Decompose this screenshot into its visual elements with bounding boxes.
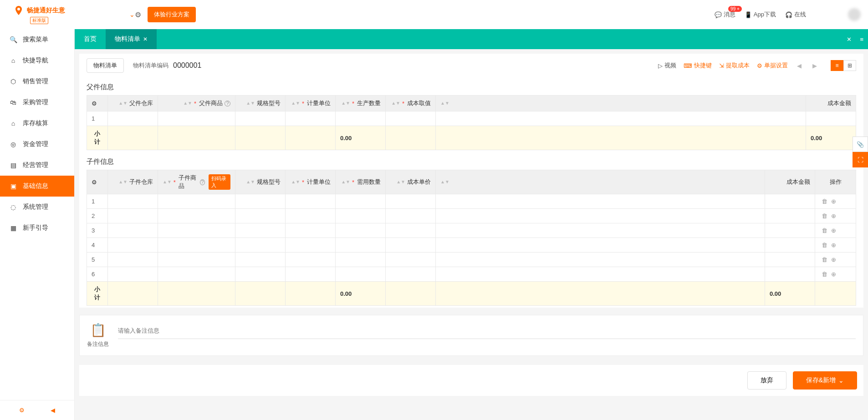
app-download-button[interactable]: 📱 App下载	[745, 10, 776, 19]
user-name	[815, 10, 839, 19]
online-label: 在线	[794, 10, 806, 19]
logo: 畅捷通好生意 标准版	[7, 5, 71, 24]
app-label: App下载	[754, 10, 776, 19]
chevron-down-icon: ⌄	[129, 11, 135, 18]
mobile-icon: 📱	[745, 11, 752, 18]
brand-name: 畅捷通好生意	[27, 6, 65, 15]
messages-badge: 99 +	[728, 6, 742, 12]
brand-icon	[13, 5, 24, 16]
chat-icon: 💬	[715, 11, 722, 18]
org-settings-icon[interactable]: ⚙	[135, 10, 141, 19]
org-selector[interactable]: ⌄	[89, 10, 135, 19]
brand-edition: 标准版	[30, 17, 48, 24]
top-header: 畅捷通好生意 标准版 ⌄ ⚙ 体验行业方案 💬 消息 99 + 📱 App下载 …	[0, 0, 868, 29]
messages-button[interactable]: 💬 消息 99 +	[715, 10, 735, 19]
online-support-button[interactable]: 🎧 在线	[785, 10, 806, 19]
experience-button[interactable]: 体验行业方案	[148, 7, 196, 22]
header-right: 💬 消息 99 + 📱 App下载 🎧 在线	[715, 8, 861, 21]
org-name	[89, 10, 125, 19]
headset-icon: 🎧	[785, 11, 792, 18]
avatar[interactable]	[848, 8, 861, 21]
